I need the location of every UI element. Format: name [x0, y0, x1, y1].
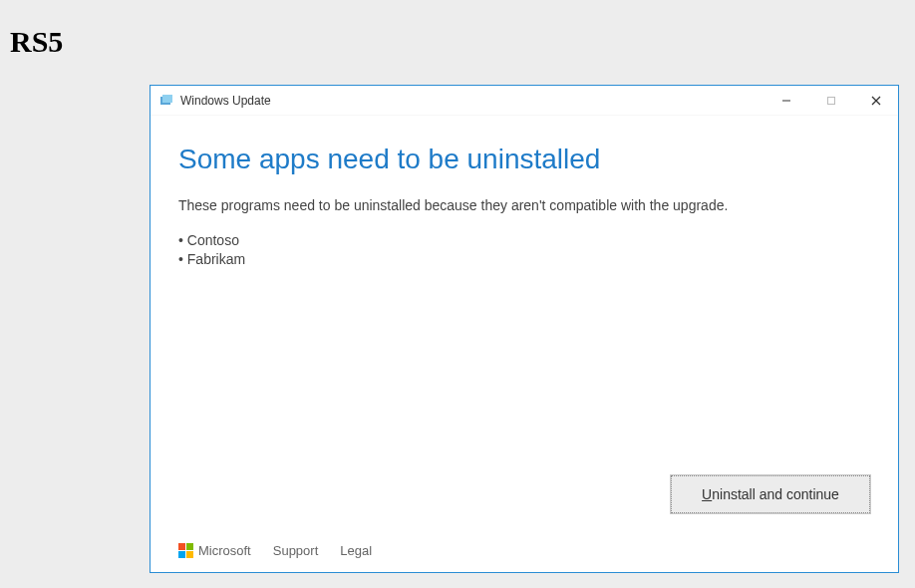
- uninstall-and-continue-button[interactable]: Uninstall and continue: [671, 475, 870, 513]
- windows-update-window: Windows Update Some apps need to be unin…: [150, 85, 899, 573]
- window-title: Windows Update: [180, 94, 271, 108]
- titlebar: Windows Update: [151, 86, 898, 116]
- button-accesskey: U: [702, 486, 712, 502]
- microsoft-brand-text: Microsoft: [198, 543, 251, 558]
- support-link[interactable]: Support: [273, 543, 319, 558]
- dialog-footer: Microsoft Support Legal: [151, 531, 898, 572]
- list-item: Fabrikam: [178, 250, 870, 269]
- maximize-button[interactable]: [808, 86, 853, 115]
- close-button[interactable]: [853, 86, 898, 115]
- dialog-heading: Some apps need to be uninstalled: [178, 144, 870, 175]
- window-controls: [763, 86, 898, 115]
- microsoft-logo: Microsoft: [178, 543, 251, 558]
- dialog-content: Some apps need to be uninstalled These p…: [151, 116, 898, 531]
- page-label: RS5: [10, 25, 63, 59]
- svg-rect-3: [827, 97, 834, 104]
- windows-update-icon: [158, 93, 174, 109]
- minimize-button[interactable]: [763, 86, 808, 115]
- dialog-subheading: These programs need to be uninstalled be…: [178, 197, 870, 213]
- button-label-rest: ninstall and continue: [712, 486, 839, 502]
- legal-link[interactable]: Legal: [340, 543, 372, 558]
- incompatible-apps-list: Contoso Fabrikam: [178, 231, 870, 269]
- microsoft-logo-icon: [178, 543, 193, 558]
- button-row: Uninstall and continue: [178, 475, 870, 531]
- svg-rect-1: [162, 95, 172, 103]
- list-item: Contoso: [178, 231, 870, 250]
